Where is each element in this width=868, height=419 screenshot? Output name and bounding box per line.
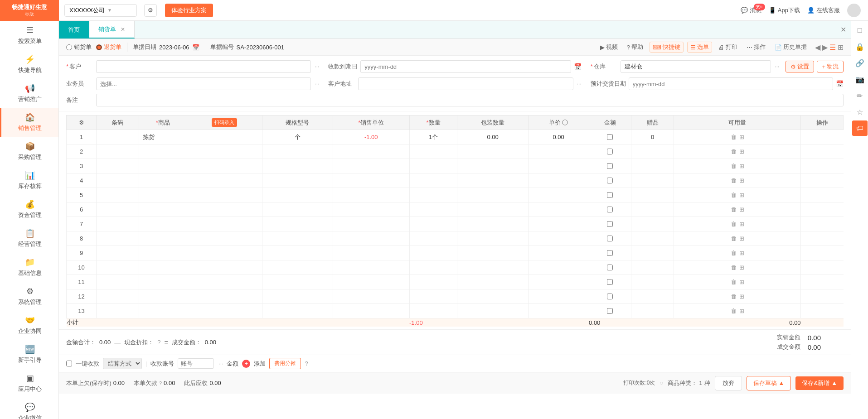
row-unit[interactable] <box>262 231 333 246</box>
row-pkg-qty[interactable] <box>409 173 457 188</box>
print-btn[interactable]: 🖨 打印 <box>716 42 740 53</box>
row-unit[interactable] <box>262 304 333 318</box>
gift-checkbox[interactable] <box>607 294 613 299</box>
row-unit-price[interactable] <box>457 144 528 159</box>
row-qty[interactable] <box>333 246 409 260</box>
copy-icon[interactable]: ⊞ <box>739 221 744 227</box>
row-qty[interactable] <box>333 289 409 304</box>
delete-icon[interactable]: 🗑 <box>731 308 737 314</box>
row-product[interactable] <box>139 188 187 202</box>
col-settings[interactable]: ⚙ <box>67 116 97 130</box>
row-amount[interactable] <box>528 304 589 318</box>
row-pkg-qty[interactable] <box>409 275 457 289</box>
avatar[interactable] <box>847 4 861 17</box>
row-pkg-qty[interactable] <box>409 289 457 304</box>
row-barcode[interactable] <box>97 304 139 318</box>
row-barcode[interactable] <box>97 275 139 289</box>
sidebar-item-system[interactable]: ⚙ 系统管理 <box>0 282 58 311</box>
copy-icon[interactable]: ⊞ <box>739 206 744 213</box>
payment-method-select[interactable]: 结算方式 <box>103 358 142 369</box>
row-gift[interactable] <box>589 159 631 173</box>
debt-help-icon[interactable]: ? <box>159 380 162 386</box>
sidebar-item-guide[interactable]: 🆕 新手引导 <box>0 340 58 369</box>
row-unit-price[interactable] <box>457 304 528 318</box>
row-unit[interactable] <box>262 217 333 231</box>
due-date-calendar-icon[interactable]: 📅 <box>574 63 582 70</box>
rp-icon-5[interactable]: ✏ <box>852 88 868 103</box>
row-barcode[interactable] <box>97 217 139 231</box>
row-gift[interactable] <box>589 217 631 231</box>
row-barcode[interactable] <box>97 130 139 144</box>
row-barcode[interactable] <box>97 260 139 275</box>
copy-icon[interactable]: ⊞ <box>739 250 744 256</box>
gift-checkbox[interactable] <box>607 207 613 212</box>
row-pkg-qty[interactable] <box>409 231 457 246</box>
row-product[interactable] <box>139 275 187 289</box>
row-gift[interactable] <box>589 188 631 202</box>
sidebar-item-purchase[interactable]: 📦 采购管理 <box>0 137 58 166</box>
sidebar-item-basic-info[interactable]: 📁 基础信息 <box>0 253 58 282</box>
copy-icon[interactable]: ⊞ <box>739 177 744 184</box>
customer-input[interactable] <box>96 60 311 73</box>
sales-order-radio-input[interactable] <box>66 44 72 50</box>
copy-icon[interactable]: ⊞ <box>739 279 744 285</box>
row-spec[interactable] <box>187 202 262 217</box>
row-barcode[interactable] <box>97 202 139 217</box>
sidebar-item-enterprise[interactable]: 🤝 企业协同 <box>0 311 58 340</box>
row-gift[interactable] <box>589 202 631 217</box>
row-gift[interactable] <box>589 231 631 246</box>
due-date-input[interactable] <box>360 60 571 73</box>
delete-icon[interactable]: 🗑 <box>731 250 737 256</box>
row-product[interactable]: 拣货 <box>139 130 187 144</box>
delete-icon[interactable]: 🗑 <box>731 148 737 155</box>
row-spec[interactable] <box>187 304 262 318</box>
row-gift[interactable] <box>589 130 631 144</box>
row-spec[interactable] <box>187 246 262 260</box>
app-download-button[interactable]: 📱 App下载 <box>769 6 800 14</box>
row-pkg-qty[interactable] <box>409 304 457 318</box>
copy-icon[interactable]: ⊞ <box>739 148 744 155</box>
row-unit-price[interactable] <box>457 231 528 246</box>
row-qty[interactable] <box>333 144 409 159</box>
row-unit[interactable] <box>262 173 333 188</box>
rp-icon-4[interactable]: 📷 <box>852 72 868 87</box>
sidebar-item-wechat[interactable]: 💬 企业微信 <box>0 398 58 419</box>
row-unit-price[interactable] <box>457 217 528 231</box>
customer-addr-more-icon[interactable]: ··· <box>577 81 582 87</box>
row-qty[interactable] <box>333 188 409 202</box>
row-spec[interactable] <box>187 130 262 144</box>
row-pkg-qty[interactable]: 1个 <box>409 130 457 144</box>
row-unit[interactable] <box>262 246 333 260</box>
actions-btn[interactable]: ⋯ 操作 <box>744 42 768 53</box>
copy-icon[interactable]: ⊞ <box>739 163 744 169</box>
gift-checkbox[interactable] <box>607 149 613 154</box>
row-unit-price[interactable] <box>457 246 528 260</box>
delete-icon[interactable]: 🗑 <box>731 192 737 198</box>
row-unit[interactable] <box>262 289 333 304</box>
tab-close-icon[interactable]: ✕ <box>121 26 125 33</box>
row-pkg-qty[interactable] <box>409 202 457 217</box>
row-pkg-qty[interactable] <box>409 260 457 275</box>
row-product[interactable] <box>139 173 187 188</box>
row-amount[interactable] <box>528 202 589 217</box>
row-unit[interactable] <box>262 188 333 202</box>
sidebar-item-app-center[interactable]: ▣ 应用中心 <box>0 369 58 398</box>
row-amount[interactable] <box>528 144 589 159</box>
row-unit-price[interactable] <box>457 202 528 217</box>
tab-sales-order[interactable]: 销货单 ✕ <box>89 21 135 39</box>
row-amount[interactable]: 0.00 <box>528 130 589 144</box>
row-amount[interactable] <box>528 246 589 260</box>
row-spec[interactable] <box>187 260 262 275</box>
row-barcode[interactable] <box>97 246 139 260</box>
delete-icon[interactable]: 🗑 <box>731 279 737 285</box>
sidebar-item-operations[interactable]: 📋 经营管理 <box>0 224 58 253</box>
settings-icon[interactable]: ⚙ <box>144 4 157 17</box>
gift-checkbox[interactable] <box>607 308 613 314</box>
delete-icon[interactable]: 🗑 <box>731 134 737 140</box>
video-btn[interactable]: ▶ 视频 <box>597 42 621 53</box>
row-pkg-qty[interactable] <box>409 159 457 173</box>
row-product[interactable] <box>139 202 187 217</box>
fee-split-btn[interactable]: 费用分摊 <box>269 358 301 369</box>
customer-addr-input[interactable] <box>358 77 573 90</box>
row-spec[interactable] <box>187 159 262 173</box>
